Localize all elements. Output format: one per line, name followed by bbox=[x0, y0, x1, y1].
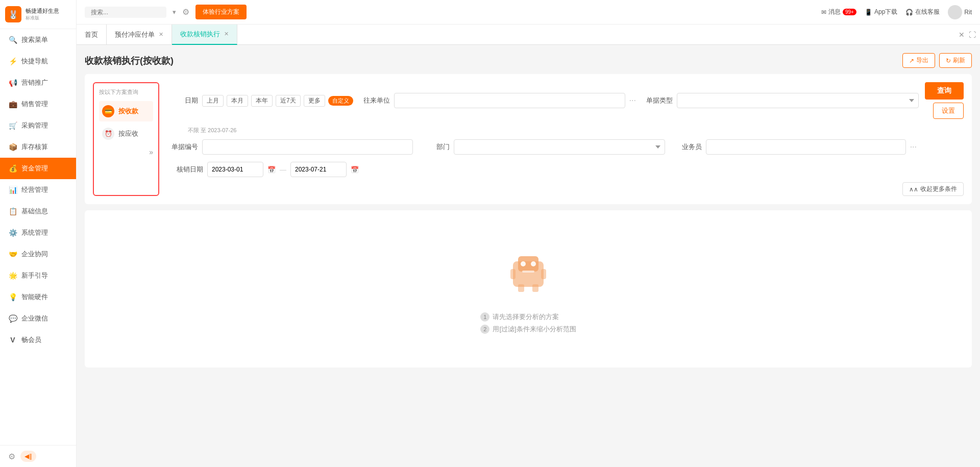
tab-close-all-btn[interactable]: ✕ bbox=[959, 31, 965, 39]
sidebar-item-search[interactable]: 🔍 搜索菜单 bbox=[0, 29, 76, 51]
sidebar-item-label: 智能硬件 bbox=[21, 292, 48, 302]
svg-point-3 bbox=[531, 261, 536, 266]
search-icon: 🔍 bbox=[8, 36, 17, 44]
doc-type-select[interactable] bbox=[677, 93, 919, 108]
sidebar-item-inventory[interactable]: 📦 库存核算 bbox=[0, 136, 76, 158]
sidebar-item-management[interactable]: 📊 经营管理 bbox=[0, 179, 76, 201]
verify-date-end-input[interactable] bbox=[290, 162, 347, 177]
sidebar-item-label: 快捷导航 bbox=[21, 57, 48, 66]
page-header: 收款核销执行(按收款) ↗ 导出 ↻ 刷新 bbox=[85, 53, 972, 68]
collapse-more-btn[interactable]: ∧∧ 收起更多条件 bbox=[902, 182, 964, 196]
sidebar-item-purchase[interactable]: 🛒 采购管理 bbox=[0, 115, 76, 136]
user-info[interactable]: Rit bbox=[948, 5, 972, 19]
dept-select[interactable] bbox=[454, 139, 665, 155]
settings-gear-icon[interactable]: ⚙ bbox=[182, 7, 189, 17]
tip-item-2: 2 用[过滤]条件来缩小分析范围 bbox=[480, 325, 576, 334]
search-input[interactable] bbox=[85, 7, 166, 18]
tip-item-1: 1 请先选择要分析的方案 bbox=[480, 312, 576, 322]
collapse-more-area: ∧∧ 收起更多条件 bbox=[167, 182, 964, 196]
app-download-label: App下载 bbox=[874, 8, 897, 16]
basic-info-icon: 📋 bbox=[8, 207, 17, 215]
calendar-end-icon[interactable]: 📅 bbox=[351, 166, 359, 174]
sidebar-item-sales[interactable]: 💼 销售管理 bbox=[0, 93, 76, 115]
message-badge: 99+ bbox=[843, 9, 856, 15]
staff-input[interactable] bbox=[706, 139, 906, 155]
sidebar-item-funds[interactable]: 💰 资金管理 bbox=[0, 158, 76, 179]
doc-no-field: 单据编号 bbox=[167, 139, 413, 155]
collapse-sidebar-btn[interactable]: ◀‖ bbox=[20, 451, 36, 462]
tab-expand-btn[interactable]: ⛶ bbox=[969, 31, 976, 39]
online-service-group[interactable]: 🎧 在线客服 bbox=[905, 8, 940, 16]
sidebar-item-wechat[interactable]: 💬 企业微信 bbox=[0, 308, 76, 329]
sidebar-item-label: 经营管理 bbox=[21, 185, 48, 194]
message-group[interactable]: ✉ 消息 99+ bbox=[821, 8, 856, 16]
enterprise-icon: 🤝 bbox=[8, 250, 17, 258]
industry-btn[interactable]: 体验行业方案 bbox=[195, 5, 247, 19]
filter-option-by-receivable[interactable]: ⏰ 按应收 bbox=[99, 124, 153, 144]
sidebar-item-enterprise[interactable]: 🤝 企业协同 bbox=[0, 243, 76, 265]
refresh-btn[interactable]: ↻ 刷新 bbox=[939, 53, 972, 68]
sidebar-nav: 🔍 搜索菜单 ⚡ 快捷导航 📢 营销推广 💼 销售管理 🛒 采购管理 📦 库存核… bbox=[0, 29, 76, 445]
counterpart-more-icon[interactable]: ··· bbox=[629, 96, 636, 105]
settings-icon[interactable]: ⚙ bbox=[8, 452, 15, 461]
sidebar-item-guide[interactable]: 🌟 新手引导 bbox=[0, 265, 76, 286]
sidebar-item-system[interactable]: ⚙️ 系统管理 bbox=[0, 222, 76, 243]
tab-prepay-close-icon[interactable]: ✕ bbox=[159, 31, 163, 38]
counterpart-field: 往来单位 ··· bbox=[359, 93, 636, 108]
topbar-left: ▾ ⚙ 体验行业方案 bbox=[85, 5, 247, 19]
date-custom-badge: 自定义 bbox=[328, 96, 353, 106]
filter-option-receivable-label: 按应收 bbox=[118, 129, 138, 138]
doc-no-input[interactable] bbox=[202, 139, 413, 155]
sidebar-item-hardware[interactable]: 💡 智能硬件 bbox=[0, 286, 76, 308]
tip-text-2: 用[过滤]条件来缩小分析范围 bbox=[493, 325, 576, 334]
logo-icon: 🐰 bbox=[5, 6, 21, 22]
sidebar-item-basic-info[interactable]: 📋 基础信息 bbox=[0, 201, 76, 222]
query-btn[interactable]: 查询 bbox=[925, 82, 964, 100]
sidebar-footer: ⚙ ◀‖ bbox=[0, 445, 76, 467]
sidebar-item-label: 畅会员 bbox=[21, 335, 41, 345]
tab-home-label: 首页 bbox=[85, 30, 98, 39]
date-7days-btn[interactable]: 近7天 bbox=[276, 95, 301, 107]
staff-label: 业务员 bbox=[671, 142, 702, 152]
staff-more-icon[interactable]: ··· bbox=[910, 142, 917, 152]
date-this-month-btn[interactable]: 本月 bbox=[227, 95, 248, 107]
tab-verify-close-icon[interactable]: ✕ bbox=[224, 31, 229, 37]
member-icon: V bbox=[8, 336, 17, 344]
calendar-start-icon[interactable]: 📅 bbox=[267, 166, 276, 174]
guide-icon: 🌟 bbox=[8, 272, 17, 280]
verify-date-start-input[interactable] bbox=[207, 162, 263, 177]
tip-num-2: 2 bbox=[480, 325, 489, 334]
sidebar-item-label: 基础信息 bbox=[21, 207, 48, 216]
filter-form: 日期 上月 本月 本年 近7天 更多 自定义 往来单位 bbox=[167, 82, 964, 196]
tab-prepay[interactable]: 预付冲应付单 ✕ bbox=[107, 24, 172, 45]
counterpart-input[interactable] bbox=[394, 93, 625, 108]
tab-home[interactable]: 首页 bbox=[77, 24, 107, 45]
sidebar-item-quick-nav[interactable]: ⚡ 快捷导航 bbox=[0, 51, 76, 72]
purchase-icon: 🛒 bbox=[8, 121, 17, 130]
date-no-limit-text: 不限 至 2023-07-26 bbox=[188, 127, 236, 133]
tip-num-1: 1 bbox=[480, 312, 489, 322]
dropdown-arrow-icon[interactable]: ▾ bbox=[173, 8, 176, 16]
page-title: 收款核销执行(按收款) bbox=[85, 55, 174, 67]
date-range-separator: — bbox=[280, 166, 286, 174]
date-this-year-btn[interactable]: 本年 bbox=[251, 95, 273, 107]
doc-type-label: 单据类型 bbox=[642, 96, 673, 105]
refresh-label: 刷新 bbox=[953, 56, 965, 65]
sidebar-item-marketing[interactable]: 📢 营销推广 bbox=[0, 72, 76, 93]
user-name: Rit bbox=[964, 9, 972, 16]
date-more-btn[interactable]: 更多 bbox=[304, 95, 325, 107]
filter-option-by-receipt[interactable]: 💳 按收款 bbox=[99, 101, 153, 121]
date-last-month-btn[interactable]: 上月 bbox=[202, 95, 224, 107]
sidebar-item-label: 资金管理 bbox=[21, 164, 48, 173]
sidebar-item-label: 新手引导 bbox=[21, 271, 48, 280]
sidebar-item-member[interactable]: V 畅会员 bbox=[0, 329, 76, 351]
receivable-icon: ⏰ bbox=[102, 128, 114, 140]
doc-no-label: 单据编号 bbox=[167, 142, 198, 152]
phone-icon: 📱 bbox=[865, 9, 872, 16]
message-icon: ✉ bbox=[821, 9, 826, 16]
tab-verify[interactable]: 收款核销执行 ✕ bbox=[172, 24, 237, 45]
filter-sidebar-collapse-icon[interactable]: » bbox=[99, 148, 153, 156]
export-btn[interactable]: ↗ 导出 bbox=[902, 53, 935, 68]
setting-btn[interactable]: 设置 bbox=[933, 103, 964, 119]
app-download-group[interactable]: 📱 App下载 bbox=[865, 8, 897, 16]
